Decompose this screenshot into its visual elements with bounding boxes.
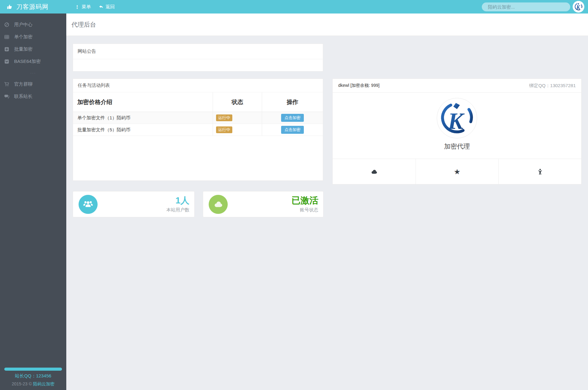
encrypt-action-button[interactable]: 点击加密: [281, 126, 304, 134]
sidebar-item-label: 批量加密: [14, 46, 33, 52]
account-status-card: 已激活 账号状态: [203, 191, 323, 217]
notice-panel-title: 网站公告: [73, 44, 323, 59]
status-badge: 运行中: [216, 126, 232, 133]
cloud-icon: [213, 199, 223, 210]
account-status-circle: [209, 195, 228, 214]
search-input[interactable]: [482, 2, 570, 11]
table-icon: [4, 34, 10, 40]
users-count-label: 本站用户数: [166, 207, 189, 213]
star-tab[interactable]: ★: [416, 159, 498, 184]
sidebar-item-label: 单个加密: [14, 34, 33, 40]
notice-panel-body: [73, 59, 323, 71]
tasks-panel: 任务与活动列表 加密价格介绍 状态 操作 单个加密文件（1）陌屿币 运行中 点击…: [73, 79, 323, 181]
table-header-row: 加密价格介绍 状态 操作: [73, 92, 323, 112]
profile-icon-row: ★: [333, 159, 581, 184]
comment-icon: [4, 94, 10, 99]
menu-button[interactable]: ⋮ 菜单: [75, 4, 91, 10]
users-count-value: 1人: [166, 195, 189, 206]
ban-icon: [4, 22, 10, 27]
brand-logo-icon: [574, 2, 583, 11]
admin-qq-text: 站长QQ：123456: [15, 373, 51, 379]
sidebar-item-label: 联系站长: [14, 94, 33, 99]
caret-square-down-icon: [4, 59, 10, 64]
plus-square-icon: [4, 47, 10, 52]
profile-logo: [437, 98, 477, 138]
sidebar-item-single-encrypt[interactable]: 单个加密: [0, 31, 66, 43]
thumbs-up-icon: [7, 4, 13, 10]
sidebar: 用户中心 单个加密 批量加密 BASE64加密 ··· 官方群聊 联系站长 站长…: [0, 14, 66, 390]
sidebar-item-base64-encrypt[interactable]: BASE64加密: [0, 55, 66, 68]
column-header-action: 操作: [262, 92, 323, 112]
task-row: 批量加密文件（5）陌屿币 运行中 点击加密: [73, 124, 323, 136]
sidebar-footer: 站长QQ：123456 2015-23 © 陌屿云加密: [0, 368, 66, 387]
sidebar-item-batch-encrypt[interactable]: 批量加密: [0, 43, 66, 55]
brand-logo-icon: [439, 100, 475, 136]
topbar: 刀客源码网 ⋮ 菜单 返回: [0, 0, 588, 14]
profile-card-body: 加密代理: [333, 93, 581, 159]
reply-arrow-icon: [99, 5, 103, 9]
column-header-price: 加密价格介绍: [73, 92, 213, 112]
footer-accent-bar: [4, 368, 62, 371]
encrypt-action-button[interactable]: 点击加密: [281, 114, 304, 122]
sidebar-item-official-group[interactable]: 官方群聊: [0, 78, 66, 90]
role-title: 加密代理: [444, 142, 470, 151]
kebab-menu-icon: ⋮: [75, 5, 79, 9]
sidebar-item-label: 用户中心: [14, 22, 33, 28]
back-button[interactable]: 返回: [99, 4, 115, 10]
page-title: 代理后台: [72, 21, 96, 29]
bound-qq-text: 绑定QQ：1302357281: [529, 83, 576, 89]
page-header: 代理后台: [66, 14, 588, 36]
avatar[interactable]: [573, 1, 584, 13]
task-name: 批量加密文件（5）陌屿币: [73, 124, 213, 136]
task-row: 单个加密文件（1）陌屿币 运行中 点击加密: [73, 112, 323, 124]
sidebar-item-label: BASE64加密: [14, 59, 41, 64]
sidebar-item-label: 官方群聊: [14, 81, 33, 87]
copyright-text: 2015-23 © 陌屿云加密: [12, 381, 54, 387]
column-header-status: 状态: [213, 92, 262, 112]
topbar-menu: ⋮ 菜单 返回: [75, 0, 115, 14]
cloud-tab[interactable]: [333, 159, 416, 184]
sidebar-nav: 用户中心 单个加密 批量加密 BASE64加密 ··· 官方群聊 联系站长: [0, 14, 66, 102]
person-tab[interactable]: [498, 159, 581, 184]
profile-card-header: dkewl [加密余额: 999] 绑定QQ：1302357281: [333, 79, 581, 93]
users-stat-circle: [79, 195, 98, 214]
person-icon: [536, 168, 544, 176]
copyright-link[interactable]: 陌屿云加密: [33, 381, 55, 386]
status-badge: 运行中: [216, 114, 232, 121]
users-stat-card: 1人 本站用户数: [73, 191, 195, 217]
menu-label: 菜单: [82, 4, 91, 10]
task-name: 单个加密文件（1）陌屿币: [73, 112, 213, 124]
notice-panel: 网站公告: [73, 44, 323, 71]
sidebar-item-contact-admin[interactable]: 联系站长: [0, 90, 66, 102]
copyright-prefix: 2015-23 ©: [12, 381, 33, 386]
brand[interactable]: 刀客源码网: [7, 0, 48, 14]
cart-icon: [4, 82, 10, 87]
sidebar-more-dots[interactable]: ···: [0, 68, 66, 78]
back-label: 返回: [106, 4, 115, 10]
brand-title: 刀客源码网: [16, 3, 48, 11]
star-icon: ★: [454, 168, 461, 176]
tasks-panel-title: 任务与活动列表: [73, 79, 323, 92]
account-status-label: 账号状态: [292, 207, 318, 213]
account-status-value: 已激活: [292, 195, 318, 206]
cloud-icon: [370, 168, 378, 176]
profile-card: dkewl [加密余额: 999] 绑定QQ：1302357281 加密代理 ★: [332, 79, 582, 184]
sidebar-item-user-center[interactable]: 用户中心: [0, 18, 66, 31]
users-group-icon: [83, 199, 93, 210]
user-balance-text: dkewl [加密余额: 999]: [338, 83, 380, 88]
